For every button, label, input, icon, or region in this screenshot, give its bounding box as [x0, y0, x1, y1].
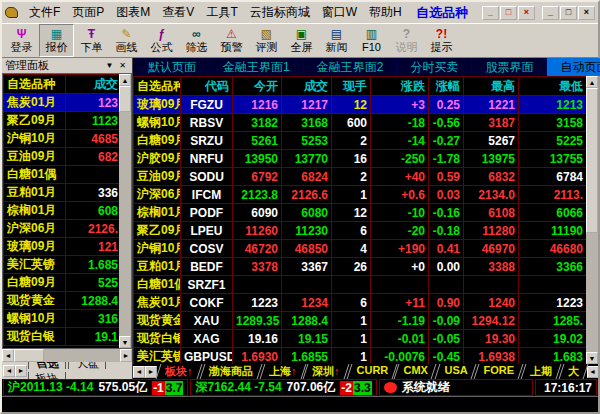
column-header[interactable]: 成交 — [66, 75, 120, 94]
watchlist-row[interactable]: 玻璃09月121 — [4, 238, 120, 256]
market-tab-CURR[interactable]: CURR — [346, 364, 397, 379]
quotes-button[interactable]: ▦报价 — [39, 24, 74, 57]
page-tab[interactable]: 金融王界面1 — [210, 58, 304, 76]
column-header[interactable]: 今开 — [233, 77, 282, 96]
column-header[interactable]: 最高 — [464, 77, 519, 96]
page-tab[interactable]: 默认页面 — [135, 58, 210, 76]
column-header[interactable]: 自选品种 — [4, 75, 66, 94]
quote-row[interactable]: 沪胶09月NRFU139501377016-250-1.781397513755 — [134, 150, 587, 168]
quote-row[interactable]: 棕榈01月PODF6090608012-10-0.1661086066 — [134, 204, 587, 222]
watchlist-row[interactable]: 美汇英镑1.685 — [4, 256, 120, 274]
watchlist-row[interactable]: 聚乙09月1123 — [4, 112, 120, 130]
order-button[interactable]: Ŧ下单 — [74, 24, 109, 57]
page-tab[interactable]: 股票界面 — [472, 58, 547, 76]
market-tab-板块[interactable]: 板块↑ — [156, 364, 202, 379]
menubar-item[interactable]: 图表M — [110, 4, 156, 20]
menubar-item[interactable]: 帮助H — [363, 4, 408, 20]
market-tab-渤海商品[interactable]: 渤海商品 — [199, 364, 262, 379]
restore-icon[interactable]: □ — [500, 6, 517, 20]
quote-row[interactable]: 聚乙09月LPEU11260112306-20-0.181128011190 — [134, 222, 587, 240]
quote-row[interactable]: 豆油09月SODU679268242+400.5968326784 — [134, 168, 587, 186]
tabs-scroll-left-icon[interactable]: ◄ — [3, 365, 15, 377]
column-header[interactable]: 最低 — [519, 77, 587, 96]
scroll-down-icon[interactable]: ▼ — [119, 336, 131, 348]
quote-row[interactable]: 螺钢10月RBSV31823168600-18-0.5631873158 — [134, 114, 587, 132]
close-icon[interactable]: × — [518, 6, 535, 20]
watchlist-horizontal-scrollbar[interactable]: ◄ ► — [2, 349, 132, 362]
scroll-thumb[interactable] — [586, 88, 598, 233]
watchlist-row[interactable]: 棕榈01月608 — [4, 202, 120, 220]
panel-close-icon[interactable]: ✕ — [116, 60, 129, 72]
column-header[interactable]: 涨幅 — [429, 77, 464, 96]
tabs-scroll-right-icon[interactable]: ► — [145, 366, 157, 378]
quote-row[interactable]: 白糖01偶SRZF1 — [134, 276, 587, 294]
login-button[interactable]: Ψ登录 — [4, 24, 39, 57]
market-tab-上期[interactable]: 上期 — [520, 364, 561, 379]
screener-button[interactable]: ∞筛选 — [179, 24, 214, 57]
watchlist-row[interactable]: 豆油09月682 — [4, 148, 120, 166]
alert-button[interactable]: ⚠预警 — [214, 24, 249, 57]
scroll-thumb[interactable] — [119, 86, 131, 112]
column-header[interactable]: 自选品种 — [134, 77, 181, 96]
column-header[interactable]: 涨跌 — [371, 77, 429, 96]
draw-line-button[interactable]: ✎画线 — [109, 24, 144, 57]
menubar-item[interactable]: 页面P — [66, 4, 110, 20]
watchlist-row[interactable]: 沪铜10月4685 — [4, 130, 120, 148]
minimize-icon[interactable]: _ — [482, 6, 499, 20]
watchlist-tab-板块[interactable]: 板块 — [28, 372, 66, 380]
close-icon[interactable]: × — [578, 6, 595, 20]
watchlist-row[interactable]: 螺钢10月316 — [4, 310, 120, 328]
quote-row[interactable]: 焦炭01月COKF122312346+110.9012401223 — [134, 294, 587, 312]
f10-button[interactable]: ▥F10 — [354, 24, 389, 57]
watchlist-row[interactable]: 豆粕01月336 — [4, 184, 120, 202]
market-tab-USA[interactable]: USA — [434, 364, 476, 379]
formula-button[interactable]: ƒ公式 — [144, 24, 179, 57]
minimize-icon[interactable]: _ — [542, 6, 559, 20]
evaluate-button[interactable]: ▧评测 — [249, 24, 284, 57]
panel-dropdown-icon[interactable]: ▼ — [103, 60, 116, 72]
restore-icon[interactable]: □ — [560, 6, 577, 20]
menubar-item[interactable]: 云指标商城 — [244, 4, 316, 20]
menubar-item[interactable]: 查看V — [156, 4, 200, 20]
column-header[interactable]: 代码 — [181, 77, 233, 96]
watchlist-tab-大盘[interactable]: 大盘 — [68, 362, 106, 369]
watchlist-row[interactable]: 现货黄金1288.4 — [4, 292, 120, 310]
market-tab-上海[interactable]: 上海↑ — [259, 364, 305, 379]
column-header[interactable]: 成交 — [282, 77, 332, 96]
scroll-up-icon[interactable]: ▲ — [119, 74, 131, 86]
watchlist-row[interactable]: 焦炭01月123 — [4, 94, 120, 112]
scroll-left-icon[interactable]: ◄ — [2, 349, 14, 362]
page-tab[interactable]: 自动页面 — [547, 58, 600, 76]
quote-row[interactable]: 白糖09月SRZU526152532-14-0.2752675225 — [134, 132, 587, 150]
page-tab[interactable]: 金融王界面2 — [304, 58, 398, 76]
quote-vertical-scrollbar[interactable]: ▲ ▼ — [586, 76, 598, 364]
watchlist-tab-自选[interactable]: 自选 — [28, 362, 66, 369]
menubar-item[interactable]: 窗口W — [316, 4, 363, 20]
quote-row[interactable]: 美汇英镑GBPUSD1.69301.68551-0.0076-0.451.693… — [134, 348, 587, 365]
scroll-down-icon[interactable]: ▼ — [586, 352, 598, 364]
market-tab-CMX[interactable]: CMX — [394, 364, 437, 379]
watchlist-row[interactable]: 白糖09月525 — [4, 274, 120, 292]
watchlist-row[interactable]: 白糖01偶 — [4, 166, 120, 184]
quote-row[interactable]: 玻璃09月FGZU1216121712+30.2512211213 — [134, 96, 587, 114]
fullscreen-button[interactable]: ▣全屏 — [284, 24, 319, 57]
quote-row[interactable]: 豆粕01月BEDF3378336726+00.0033883366 — [134, 258, 587, 276]
quote-row[interactable]: 现货黄金XAU1289.351288.41-1.19-0.091294.1212… — [134, 312, 587, 330]
scroll-right-icon[interactable]: ► — [120, 349, 132, 362]
quote-row[interactable]: 沪深06月IFCM2123.82126.61+0.60.032134.02113… — [134, 186, 587, 204]
tips-button[interactable]: ?!提示 — [424, 24, 459, 57]
column-header[interactable]: 现手 — [332, 77, 371, 96]
market-tab-深圳[interactable]: 深圳↑ — [303, 364, 349, 379]
market-tab-FORE[interactable]: FORE — [474, 364, 523, 379]
page-tab[interactable]: 分时买卖 — [397, 58, 472, 76]
menubar-item[interactable]: 工具T — [200, 4, 243, 20]
watchlist-vertical-scrollbar[interactable]: ▲ ▼ — [119, 74, 131, 348]
quote-row[interactable]: 现货白银XAG19.1619.151-0.01-0.0519.3019.02 — [134, 330, 587, 348]
watchlist-row[interactable]: 现货白银19.1 — [4, 328, 120, 346]
scroll-up-icon[interactable]: ▲ — [586, 76, 598, 88]
news-button[interactable]: ▤新闻 — [319, 24, 354, 57]
watchlist-row[interactable]: 沪深06月2126. — [4, 220, 120, 238]
tabs-scroll-left-icon[interactable]: ◄ — [133, 366, 145, 378]
tabs-scroll-right-icon[interactable]: ► — [15, 365, 27, 377]
market-tab-大[interactable]: 大 — [558, 364, 588, 379]
